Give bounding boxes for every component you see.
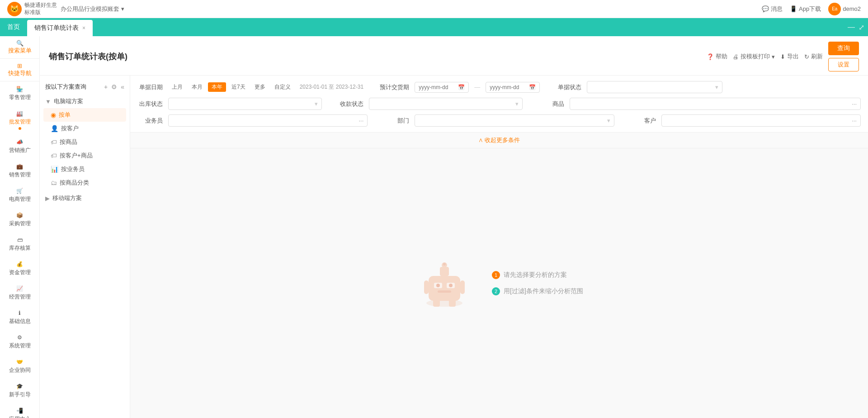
top-bar: 🐱 畅捷通好生意 标准版 办公用品行业模拟账套 ▾ 💬 消息 📱 App下载 E…: [0, 0, 868, 18]
collapse-panel-button[interactable]: «: [121, 83, 124, 90]
collapse-bar[interactable]: ∧ 收起更多条件: [130, 133, 868, 148]
expected-date-label: 预计交货期: [380, 83, 409, 91]
ship-status-select[interactable]: ▾: [168, 98, 322, 110]
sidebar-item-operations[interactable]: 📈 经营管理: [0, 281, 39, 305]
sidebar-search[interactable]: 🔍 搜索菜单: [0, 36, 39, 59]
industry-selector[interactable]: 办公用品行业模拟账套 ▾: [61, 5, 124, 13]
panel-section-mobile-title[interactable]: ▶ 移动端方案: [40, 191, 130, 205]
date-from-input[interactable]: 📅: [415, 82, 469, 93]
panel-item-by-category[interactable]: 🗂 按商品分类: [43, 176, 126, 190]
empty-state: 1 请先选择要分析的方案 2 用[过滤]条件来缩小分析范围: [415, 258, 583, 309]
download-icon: 📱: [790, 5, 797, 12]
appcenter-icon: 📲: [16, 408, 23, 414]
user-menu[interactable]: Ea demo2: [828, 3, 861, 15]
left-panel: 按以下方案查询 + ⚙ « ▼ 电脑端方案 ◉ 按单: [40, 76, 130, 418]
arrow-down-icon: ▼: [45, 98, 51, 105]
product-icon: 🏷: [51, 138, 57, 146]
chevron-down-icon: ▾: [772, 53, 775, 60]
date-shortcuts: 上月 本月 本年 近7天 更多 自定义: [168, 82, 294, 92]
app-download-button[interactable]: 📱 App下载: [790, 5, 821, 13]
date-to-field[interactable]: [490, 84, 529, 90]
department-select[interactable]: ▾: [415, 114, 614, 127]
sidebar-item-sales[interactable]: 💼 销售管理: [0, 159, 39, 183]
status-label: 单据状态: [556, 83, 581, 91]
shortcut-7days[interactable]: 近7天: [228, 82, 249, 92]
customer-icon: 👤: [51, 125, 58, 132]
status-arrow-icon: ▾: [715, 84, 718, 90]
salesperson-more-icon[interactable]: ···: [359, 117, 363, 124]
sidebar-item-appcenter[interactable]: 📲 应用中心: [0, 403, 39, 418]
panel-item-by-order[interactable]: ◉ 按单: [43, 108, 126, 122]
customer-more-icon[interactable]: ···: [852, 117, 857, 124]
status-select[interactable]: ▾: [587, 81, 722, 93]
panel-header: 按以下方案查询 + ⚙ «: [40, 81, 130, 95]
print-icon: 🖨: [733, 53, 739, 60]
date-separator: —: [474, 84, 480, 90]
svg-rect-12: [433, 299, 440, 307]
sidebar-quick-nav[interactable]: ⊞ 快捷导航: [0, 59, 39, 81]
sidebar-item-ecommerce[interactable]: 🛒 电商管理: [0, 183, 39, 208]
sidebar-item-retail[interactable]: 🏪 零售管理: [0, 81, 39, 106]
tab-close-icon[interactable]: ×: [82, 25, 85, 31]
cust-prod-icon: 🏷: [51, 152, 57, 159]
export-icon: ⬇: [780, 53, 785, 60]
tab-home[interactable]: 首页: [0, 18, 27, 36]
sidebar-item-purchase[interactable]: 📦 采购管理: [0, 208, 39, 232]
query-button[interactable]: 查询: [828, 42, 859, 55]
message-icon: 💬: [762, 5, 769, 12]
sidebar-item-system[interactable]: ⚙ 系统管理: [0, 330, 39, 354]
maximize-icon[interactable]: ⤢: [859, 23, 864, 32]
minimize-icon[interactable]: —: [848, 23, 855, 31]
finance-icon: 💰: [16, 261, 23, 267]
grid-icon: ⊞: [4, 62, 36, 69]
sidebar-item-finance[interactable]: 💰 资金管理: [0, 256, 39, 281]
receive-arrow-icon: ▾: [515, 100, 519, 107]
sidebar-item-inventory[interactable]: 🗃 库存核算: [0, 232, 39, 256]
help-button[interactable]: ❓ 帮助: [707, 52, 727, 61]
logo-text: 畅捷通好生意 标准版: [24, 2, 57, 16]
date-from-field[interactable]: [419, 84, 458, 90]
indicator-dot: [19, 127, 21, 130]
action-btns: 查询 设置: [828, 42, 859, 71]
shortcut-this-month[interactable]: 本月: [188, 82, 206, 92]
panel-section-pc-title[interactable]: ▼ 电脑端方案: [40, 95, 130, 108]
inventory-icon: 🗃: [17, 237, 23, 243]
wholesale-icon: 🏭: [16, 110, 23, 117]
salesperson-select[interactable]: ···: [168, 114, 368, 127]
hint-item-1: 1 请先选择要分析的方案: [492, 271, 567, 279]
panel-item-by-customer[interactable]: 👤 按客户: [43, 122, 126, 135]
sidebar-item-wholesale[interactable]: 🏭 批发管理: [0, 106, 39, 134]
add-scheme-button[interactable]: +: [104, 83, 108, 90]
customer-select[interactable]: ···: [661, 114, 861, 127]
export-button[interactable]: ⬇ 导出: [780, 52, 799, 61]
filter-area: 单据日期 上月 本月 本年 近7天 更多 自定义 2023-01-01 至 20…: [130, 76, 868, 133]
product-more-icon[interactable]: ···: [852, 100, 857, 107]
svg-point-4: [436, 284, 440, 287]
refresh-button[interactable]: ↻ 刷新: [804, 52, 823, 61]
sidebar-item-basic[interactable]: ℹ 基础信息: [0, 305, 39, 330]
result-area: 1 请先选择要分析的方案 2 用[过滤]条件来缩小分析范围: [130, 148, 868, 418]
sidebar-item-newbie[interactable]: 🎓 新手引导: [0, 379, 39, 403]
main-layout: 🔍 搜索菜单 ⊞ 快捷导航 🏪 零售管理 🏭 批发管理 📣 营销推广 💼 销售管…: [0, 36, 868, 418]
date-to-input[interactable]: 📅: [486, 82, 540, 93]
panel-item-by-product[interactable]: 🏷 按商品: [43, 135, 126, 149]
shortcut-last-month[interactable]: 上月: [168, 82, 186, 92]
order-icon: ◉: [51, 111, 56, 119]
shortcut-more[interactable]: 更多: [251, 82, 269, 92]
sidebar-item-cooperation[interactable]: 🤝 企业协同: [0, 354, 39, 379]
shortcut-this-year[interactable]: 本年: [208, 82, 226, 92]
panel-header-icons: + ⚙ «: [104, 83, 124, 90]
panel-item-by-cust-prod[interactable]: 🏷 按客户+商品: [43, 149, 126, 162]
product-select[interactable]: ···: [570, 98, 861, 110]
settings-button[interactable]: 设置: [828, 58, 859, 71]
panel-section-mobile: ▶ 移动端方案: [40, 191, 130, 205]
newbie-icon: 🎓: [16, 383, 23, 390]
receive-status-select[interactable]: ▾: [369, 98, 523, 110]
sidebar-item-marketing[interactable]: 📣 营销推广: [0, 134, 39, 159]
panel-item-by-salesperson[interactable]: 📊 按业务员: [43, 162, 126, 176]
shortcut-custom[interactable]: 自定义: [271, 82, 294, 92]
messages-button[interactable]: 💬 消息: [762, 5, 783, 13]
template-print-button[interactable]: 🖨 按模板打印 ▾: [733, 52, 775, 61]
tab-sales-order-stats[interactable]: 销售订单统计表 ×: [27, 20, 93, 36]
settings-scheme-button[interactable]: ⚙: [111, 83, 117, 90]
